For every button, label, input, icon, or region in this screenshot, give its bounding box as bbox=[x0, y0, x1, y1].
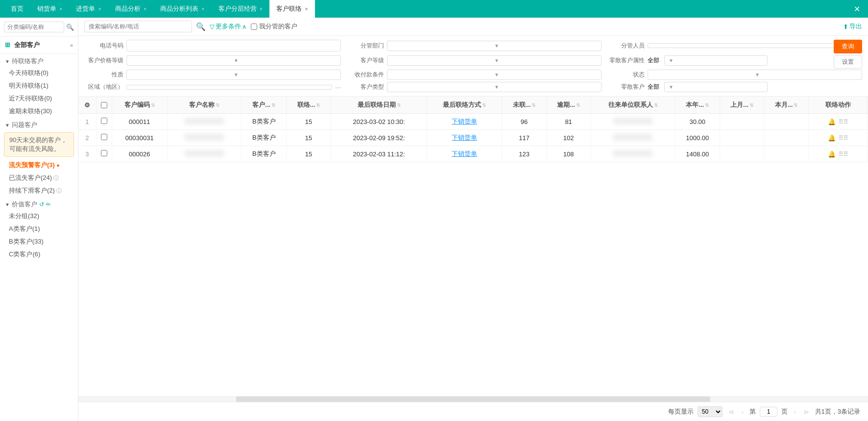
export-button[interactable]: ⬆ 导出 bbox=[843, 22, 862, 31]
row-checkbox-0[interactable] bbox=[101, 118, 107, 124]
td-this-month-1 bbox=[764, 130, 809, 146]
td-checkbox-2[interactable] bbox=[96, 146, 112, 162]
th-last-type[interactable]: 最后联络方式 ⇅ bbox=[427, 97, 502, 114]
filter-phone-label: 电话号码 bbox=[84, 42, 123, 50]
sidebar-collapse-icon[interactable]: « bbox=[70, 42, 73, 48]
query-button[interactable]: 查询 bbox=[834, 40, 862, 53]
sidebar-item-churned[interactable]: 已流失客户(24) ⓘ bbox=[0, 172, 78, 184]
th-checkbox[interactable] bbox=[96, 97, 112, 114]
th-uncontacted[interactable]: 未联... ⇅ bbox=[502, 97, 547, 114]
sidebar-search-input[interactable] bbox=[4, 22, 64, 32]
select-all-checkbox[interactable] bbox=[101, 102, 107, 108]
prev-page-button[interactable]: ‹ bbox=[740, 407, 746, 417]
next-page-button[interactable]: › bbox=[792, 407, 797, 417]
sidebar-item-class-a[interactable]: A类客户(1) bbox=[0, 223, 78, 235]
window-close-button[interactable]: ✕ bbox=[850, 4, 864, 14]
sidebar-item-declining[interactable]: 持续下滑客户(2) ⓘ bbox=[0, 184, 78, 197]
nav-close-customer-contact[interactable]: × bbox=[305, 6, 308, 12]
th-overdue[interactable]: 逾期... ⇅ bbox=[546, 97, 591, 114]
nav-item-purchase[interactable]: 进货单 × bbox=[69, 0, 108, 18]
th-last-date[interactable]: 最后联络日期 ⇅ bbox=[331, 97, 427, 114]
filter-dept-select[interactable]: ▼ bbox=[387, 41, 602, 51]
sidebar-item-7days[interactable]: 近7天待联络(0) bbox=[0, 92, 78, 105]
filter-scatter-customer-select[interactable]: ▼ bbox=[664, 82, 768, 92]
filter-region-more-btn[interactable]: ··· bbox=[335, 83, 341, 91]
sidebar-item-ungrouped[interactable]: 未分组(32) bbox=[0, 210, 78, 223]
page-number-input[interactable] bbox=[760, 407, 777, 417]
my-customers-checkbox-label[interactable]: 我分管的客户 bbox=[251, 22, 297, 31]
filter-scatter-attr-select[interactable]: ▼ bbox=[664, 55, 768, 66]
nav-item-analysis-list[interactable]: 商品分析列表 × bbox=[153, 0, 211, 18]
filter-region-select[interactable] bbox=[126, 85, 332, 90]
nav-close-analysis[interactable]: × bbox=[144, 6, 146, 12]
sidebar-section-problem[interactable]: ▼ 问题客户 bbox=[0, 118, 78, 130]
sidebar-item-churn-warning[interactable]: 流失预警客户(3) ● bbox=[0, 159, 78, 172]
filter-customer-type-select[interactable]: ▼ bbox=[387, 82, 602, 92]
edit-icon[interactable]: ✏ bbox=[46, 201, 51, 208]
sidebar-item-tomorrow[interactable]: 明天待联络(1) bbox=[0, 79, 78, 92]
td-last-type-0[interactable]: 下销货单 bbox=[427, 114, 502, 130]
filter-search-button[interactable]: 🔍 bbox=[196, 22, 206, 31]
filter-manager-label: 分管人员 bbox=[605, 42, 645, 50]
filter-actions: 查询 设置 bbox=[834, 40, 862, 69]
nav-close-customer-layer[interactable]: × bbox=[260, 6, 263, 12]
nav-item-customer-layer[interactable]: 客户分层经营 × bbox=[212, 0, 269, 18]
td-checkbox-0[interactable] bbox=[96, 114, 112, 130]
nav-item-sales[interactable]: 销货单 × bbox=[30, 0, 69, 18]
per-page-select[interactable]: 50 100 bbox=[698, 406, 723, 417]
sidebar-section-value[interactable]: ▼ 价值客户 ↺ ✏ bbox=[0, 197, 78, 210]
more-conditions-button[interactable]: ▽ 更多条件 ∧ bbox=[210, 22, 247, 31]
row-checkbox-2[interactable] bbox=[101, 150, 107, 156]
nav-close-sales[interactable]: × bbox=[59, 6, 62, 12]
sidebar-item-overdue[interactable]: 逾期未联络(30) bbox=[0, 105, 78, 118]
filter-payment-select[interactable]: ▼ bbox=[387, 70, 602, 80]
td-checkbox-1[interactable] bbox=[96, 130, 112, 146]
filter-search-input[interactable] bbox=[84, 21, 192, 32]
last-page-button[interactable]: ⊳ bbox=[802, 407, 811, 417]
sidebar-section-pending[interactable]: ▼ 待联络客户 bbox=[0, 54, 78, 67]
th-contact[interactable]: 联络... ⇅ bbox=[287, 97, 331, 114]
th-code[interactable]: 客户编码 ⇅ bbox=[112, 97, 168, 114]
filter-nature-label: 性质 bbox=[84, 71, 123, 79]
my-customers-checkbox[interactable] bbox=[251, 24, 257, 30]
th-last-month[interactable]: 上月... ⇅ bbox=[720, 97, 764, 114]
action-more-2[interactable]: ⠿⠿ bbox=[839, 150, 848, 158]
filter-phone-input[interactable] bbox=[126, 40, 341, 51]
action-bell-2[interactable]: 🔔 bbox=[828, 150, 836, 158]
action-more-1[interactable]: ⠿⠿ bbox=[839, 134, 848, 142]
sidebar-item-class-c[interactable]: C类客户(6) bbox=[0, 248, 78, 261]
filter-nature-select[interactable]: ▼ bbox=[126, 70, 341, 80]
content-area: 🔍 ▽ 更多条件 ∧ 我分管的客户 ⬆ 导出 电话号码 bbox=[78, 18, 868, 421]
action-bell-0[interactable]: 🔔 bbox=[828, 118, 836, 125]
th-settings[interactable]: ⚙ bbox=[78, 97, 96, 114]
filter-customer-level-select[interactable]: ▼ bbox=[387, 55, 602, 66]
filter-price-level-select[interactable]: ▼ bbox=[126, 55, 341, 66]
nav-item-customer-contact[interactable]: 客户联络 × bbox=[269, 0, 314, 18]
hscroll-area[interactable] bbox=[78, 396, 868, 402]
filter-manager-select[interactable] bbox=[648, 43, 853, 48]
action-more-0[interactable]: ⠿⠿ bbox=[839, 118, 848, 125]
nav-close-purchase[interactable]: × bbox=[98, 6, 101, 12]
sidebar-search-area: 🔍 bbox=[0, 18, 78, 37]
th-this-month[interactable]: 本月... ⇅ bbox=[764, 97, 809, 114]
th-type[interactable]: 客户... ⇅ bbox=[241, 97, 287, 114]
nav-item-home[interactable]: 首页 bbox=[4, 0, 30, 18]
th-contact-person[interactable]: 往来单位联系人 ⇅ bbox=[591, 97, 675, 114]
settings-button[interactable]: 设置 bbox=[834, 55, 862, 69]
td-last-type-1[interactable]: 下销货单 bbox=[427, 130, 502, 146]
action-bell-1[interactable]: 🔔 bbox=[828, 134, 836, 142]
sidebar-all-customers[interactable]: ⊞ 全部客户 « bbox=[0, 37, 78, 54]
th-name[interactable]: 客户名称 ⇅ bbox=[168, 97, 241, 114]
row-checkbox-1[interactable] bbox=[101, 134, 107, 140]
chevron-down-dept: ▼ bbox=[494, 43, 597, 49]
sidebar-item-class-b[interactable]: B类客户(33) bbox=[0, 235, 78, 248]
sidebar-item-today[interactable]: 今天待联络(0) bbox=[0, 67, 78, 79]
refresh-icon[interactable]: ↺ bbox=[39, 201, 44, 208]
first-page-button[interactable]: ⊲ bbox=[726, 407, 736, 417]
th-this-year[interactable]: 本年... ⇅ bbox=[675, 97, 720, 114]
filter-status-select[interactable]: ▼ bbox=[648, 70, 862, 80]
nav-item-analysis[interactable]: 商品分析 × bbox=[108, 0, 153, 18]
nav-close-analysis-list[interactable]: × bbox=[201, 6, 204, 12]
per-page-label: 每页显示 bbox=[668, 407, 694, 416]
td-last-type-2[interactable]: 下销货单 bbox=[427, 146, 502, 162]
